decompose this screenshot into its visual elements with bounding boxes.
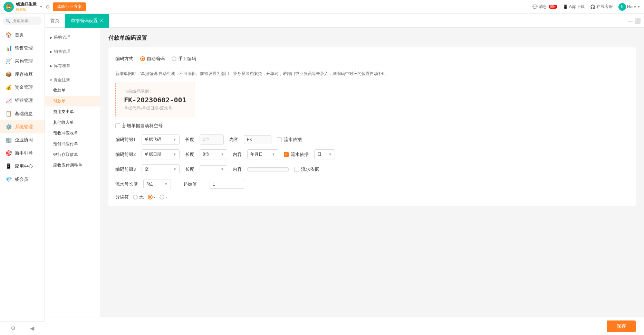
prefix2-serial-row: ✓ 流水依据 [284,151,309,158]
prefix1-row: 编码前缀1 单据代码 ▼ 长度 2位 内容 FK 流水依据 [115,134,629,145]
preview-label: 当前编码示例： [124,89,186,94]
preview-desc: 单据代码-单据日期-流水号 [124,105,186,111]
prefix3-row: 编码前缀3 空 ▼ 长度 ▼ 内容 流水依据 [115,164,629,174]
sidebar-item-system[interactable]: ⚙️ 系统管理 [0,120,45,133]
sidebar-item-basic-info[interactable]: 📋 基础信息 [0,107,45,120]
sec-item-adjust[interactable]: 应收应付调整单 [45,160,100,171]
prefix3-length-label: 长度 [185,166,194,173]
prefix1-dropdown-icon: ▼ [173,138,176,141]
prefix3-length-select[interactable]: ▼ [200,165,227,173]
sec-item-prepay-offset[interactable]: 预收冲应收单 [45,128,100,139]
app-download-button[interactable]: 📱 App下载 [563,4,585,10]
sidebar-item-enterprise[interactable]: 🏢 企业协同 [0,133,45,147]
separator-label: 分隔符 [115,194,129,200]
sec-group-capital-title[interactable]: ∨ 资金往来 [45,75,100,85]
sep-option-dot2[interactable]: · [160,195,167,200]
tab-home[interactable]: 首页 [45,14,65,28]
prefix2-serial-unit-select[interactable]: 日 ▼ [314,149,335,159]
bottom-bar: 保存 [45,317,644,335]
operations-icon: 📈 [6,97,12,104]
encoding-mode-row: 编码方式 自动编码 手工编码 [115,53,629,65]
prefix2-select[interactable]: 单据日期 ▼ [142,149,180,159]
save-button[interactable]: 保存 [607,320,636,332]
start-value-input[interactable]: 1 [210,180,244,189]
prefix1-label: 编码前缀1 [115,137,136,143]
sidebar-item-member[interactable]: 💎 畅会员 [0,173,45,186]
enterprise-icon: 🏢 [6,137,12,143]
tab-bar-actions: — ⬜ [624,14,644,28]
sec-group-purchase-title[interactable]: ▶ 采购管理 [45,32,100,43]
brand: 🐯 畅通好生意 拓易版 [3,1,37,12]
secondary-sidebar: ▶ 采购管理 ▶ 销售管理 ▶ 库存核算 ∨ 资金往来 收款单 付款单 费用支出… [45,28,100,335]
serial-length-select[interactable]: 3位 ▼ [143,179,171,189]
prefix2-length-select[interactable]: 8位 ▼ [200,149,227,159]
home-icon: 🏠 [6,32,12,38]
online-service-button[interactable]: 🎧 在线客服 [590,4,613,10]
sec-item-other-income[interactable]: 其他收入单 [45,117,100,128]
inventory-icon: 📦 [6,71,12,77]
trial-button[interactable]: 体验行业方案 [53,2,86,11]
settings-bottom-icon[interactable]: ⚙ [11,325,16,332]
page-title: 付款单编码设置 [108,35,636,42]
brand-dropdown-icon[interactable]: ▼ [39,5,43,9]
prefix1-content-value: FK [244,135,271,144]
content-area: 付款单编码设置 编码方式 自动编码 手工编码 新增单据时，'单据编码'自动生成，… [100,28,644,335]
sidebar-item-purchase[interactable]: 🛒 采购管理 [0,55,45,68]
apps-icon: 📱 [6,163,12,169]
system-icon: ⚙️ [6,124,12,130]
settings-icon[interactable]: ⚙ [46,4,50,10]
sidebar-item-apps[interactable]: 📱 应用中心 [0,160,45,173]
collapse-arrow-inventory: ▶ [50,64,52,68]
sep-option-dot1[interactable]: · [148,195,155,200]
collapse-icon[interactable]: ◀ [30,325,34,332]
sec-item-receipt[interactable]: 收款单 [45,85,100,96]
preview-box: 当前编码示例： FK-20230602-001 单据代码-单据日期-流水号 [115,83,195,117]
sec-item-bank[interactable]: 银行存取款单 [45,149,100,160]
sidebar-item-sales[interactable]: 📊 销售管理 [0,41,45,55]
user-menu[interactable]: N Nare ▼ [618,3,641,11]
prefix2-length-dropdown-icon: ▼ [221,152,224,156]
auto-fill-checkbox[interactable] [115,123,120,128]
sep-none-radio[interactable] [133,195,138,199]
serial-row: 流水号长度 3位 ▼ 起始值 1 [115,179,629,189]
prefix3-select[interactable]: 空 ▼ [142,164,180,174]
sidebar-item-inventory[interactable]: 📦 库存核算 [0,68,45,81]
sec-item-advance-offset[interactable]: 预付冲应付单 [45,139,100,149]
manual-encode-radio[interactable] [172,56,176,61]
auto-encode-radio[interactable] [140,56,145,61]
prefix1-length-value: 2位 [200,134,224,145]
sep-dot2-radio[interactable] [160,195,164,199]
top-bar-right: 💬 消息 99+ 📱 App下载 🎧 在线客服 N Nare ▼ [532,3,641,11]
message-button[interactable]: 💬 消息 99+ [532,4,557,10]
prefix3-serial-checkbox[interactable] [294,167,299,172]
sidebar-search-area: 🔍 搜索菜单 [0,14,45,28]
prefix1-serial-checkbox[interactable] [277,137,282,142]
user-avatar: N [618,3,626,11]
sidebar-item-finance[interactable]: 💰 资金管理 [0,81,45,94]
auto-fill-label: 新增单据自动补空号 [122,123,163,129]
prefix2-content-select[interactable]: 年月日 ▼ [247,149,278,159]
brand-text: 畅通好生意 拓易版 [16,1,37,12]
search-input-wrapper[interactable]: 🔍 搜索菜单 [3,17,42,25]
search-icon: 🔍 [6,19,11,24]
sec-group-inventory-title[interactable]: ▶ 库存核算 [45,61,100,71]
prefix1-serial-label: 流水依据 [284,137,302,143]
sep-option-none[interactable]: 无 [133,194,144,200]
tab-encoding-settings[interactable]: 单据编码设置 ✕ [65,14,109,28]
sec-item-expense[interactable]: 费用支出单 [45,106,100,117]
maximize-button[interactable]: ⬜ [635,18,641,24]
auto-encode-option[interactable]: 自动编码 [140,56,165,62]
sidebar-item-home[interactable]: 🏠 首页 [0,28,45,41]
sidebar-item-guide[interactable]: 🎯 新手引导 [0,147,45,160]
collapse-arrow-sales: ▶ [50,50,52,54]
prefix3-dropdown-icon: ▼ [173,167,176,171]
sec-item-payment[interactable]: 付款单 [45,96,100,106]
minimize-button[interactable]: — [628,18,633,24]
tab-close-icon[interactable]: ✕ [100,18,103,23]
sep-dot1-radio[interactable] [148,195,153,199]
sec-group-sales-title[interactable]: ▶ 销售管理 [45,47,100,57]
sidebar-item-operations[interactable]: 📈 经营管理 [0,94,45,107]
prefix1-select[interactable]: 单据代码 ▼ [142,134,180,145]
prefix2-serial-checkbox[interactable]: ✓ [284,152,289,157]
manual-encode-option[interactable]: 手工编码 [172,56,196,62]
